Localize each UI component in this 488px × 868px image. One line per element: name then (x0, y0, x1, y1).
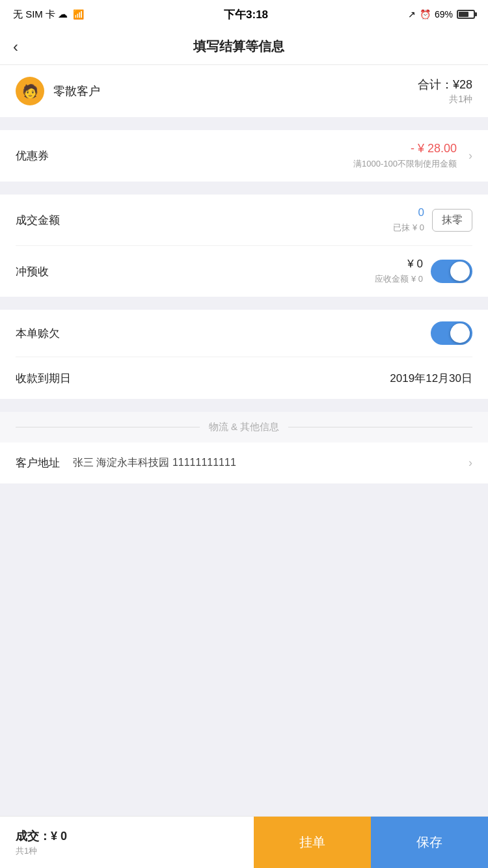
queqian-toggle-knob (450, 323, 470, 343)
bottom-bar: 成交：¥ 0 共1种 挂单 保存 (0, 816, 488, 868)
back-button[interactable]: ‹ (13, 38, 18, 56)
transaction-section: 成交金额 0 已抹 ¥ 0 抹零 冲预收 ¥ 0 应收金额 ¥ 0 (0, 195, 488, 297)
alarm-icon: ⏰ (420, 9, 431, 20)
chong-yushou-value-col: ¥ 0 应收金额 ¥ 0 (375, 258, 423, 285)
customer-section: 🧑 零散客户 合计：¥28 共1种 (0, 65, 488, 117)
battery-percent: 69% (435, 9, 453, 20)
coupon-row[interactable]: 优惠券 - ¥ 28.00 满1000-100不限制使用金额 › (0, 130, 488, 182)
due-date-row: 收款到期日 2019年12月30日 (0, 357, 488, 399)
chong-yushou-sub: 应收金额 ¥ 0 (375, 273, 423, 285)
deal-amount-sub: 已抹 ¥ 0 (393, 222, 424, 234)
chong-yushou-toggle[interactable] (431, 260, 472, 283)
avatar: 🧑 (16, 77, 44, 105)
queqian-label: 本单赊欠 (16, 326, 60, 341)
chong-yushou-value: ¥ 0 (407, 258, 423, 271)
logistics-section-divider: 物流 & 其他信息 (0, 412, 488, 442)
queqian-section: 本单赊欠 收款到期日 2019年12月30日 (0, 310, 488, 399)
mozero-button[interactable]: 抹零 (432, 209, 472, 232)
pending-button[interactable]: 挂单 (254, 817, 371, 868)
logistics-divider-text: 物流 & 其他信息 (209, 421, 279, 433)
due-date-value: 2019年12月30日 (390, 371, 472, 386)
page-title: 填写结算等信息 (31, 38, 446, 55)
divider-line-right (288, 427, 472, 427)
queqian-toggle[interactable] (431, 321, 472, 345)
status-time: 下午3:18 (224, 7, 268, 22)
wifi-icon: 📶 (73, 9, 84, 20)
customer-left: 🧑 零散客户 (16, 77, 100, 105)
address-chevron-icon: › (468, 456, 472, 470)
chong-yushou-row: 冲预收 ¥ 0 应收金额 ¥ 0 (0, 246, 488, 297)
bottom-actions: 挂单 保存 (254, 817, 488, 868)
chevron-right-icon: › (468, 149, 472, 163)
bottom-spacer (0, 490, 488, 549)
customer-name: 零散客户 (53, 83, 100, 99)
bottom-info: 成交：¥ 0 共1种 (0, 828, 254, 857)
total-amount: 合计：¥28 (418, 77, 472, 92)
bottom-deal: 成交：¥ 0 (16, 828, 238, 844)
sim-label: 无 SIM 卡 ☁ (13, 8, 68, 21)
chong-yushou-label: 冲预收 (16, 264, 49, 279)
chong-yushou-right: ¥ 0 应收金额 ¥ 0 (375, 258, 472, 285)
bottom-deal-label: 成交： (16, 830, 51, 843)
queqian-right (431, 321, 472, 345)
bottom-count: 共1种 (16, 845, 238, 857)
deal-amount-value: 0 (418, 206, 424, 219)
total-count: 共1种 (418, 94, 472, 105)
gap2 (0, 188, 488, 195)
coupon-right: - ¥ 28.00 满1000-100不限制使用金额 › (353, 142, 472, 170)
customer-right: 合计：¥28 共1种 (418, 77, 472, 105)
coupon-label: 优惠券 (16, 148, 49, 163)
coupon-section[interactable]: 优惠券 - ¥ 28.00 满1000-100不限制使用金额 › (0, 130, 488, 182)
customer-row: 🧑 零散客户 合计：¥28 共1种 (0, 65, 488, 117)
save-button[interactable]: 保存 (371, 817, 488, 868)
divider-line-left (16, 427, 200, 427)
status-bar: 无 SIM 卡 ☁ 📶 下午3:18 ↗ ⏰ 69% (0, 0, 488, 29)
toggle-knob (450, 262, 470, 281)
gap1 (0, 124, 488, 130)
deal-amount-row: 成交金额 0 已抹 ¥ 0 抹零 (0, 195, 488, 245)
gap3 (0, 303, 488, 310)
nav-bar: ‹ 填写结算等信息 (0, 29, 488, 65)
deal-amount-right: 0 已抹 ¥ 0 抹零 (393, 206, 472, 234)
avatar-icon: 🧑 (22, 83, 38, 99)
address-label: 客户地址 (16, 455, 60, 470)
queqian-row: 本单赊欠 (0, 310, 488, 357)
due-date-label: 收款到期日 (16, 371, 71, 386)
battery-icon (457, 10, 475, 19)
coupon-discount: - ¥ 28.00 (411, 142, 457, 156)
coupon-sub: 满1000-100不限制使用金额 (353, 158, 457, 170)
gap4 (0, 405, 488, 412)
address-section[interactable]: 客户地址 张三 海淀永丰科技园 11111111111 › (0, 442, 488, 483)
bottom-deal-value: ¥ 0 (51, 830, 67, 843)
deal-amount-label: 成交金额 (16, 213, 60, 228)
deal-amount-value-col: 0 已抹 ¥ 0 (393, 206, 424, 234)
location-icon: ↗ (408, 9, 416, 20)
address-value: 张三 海淀永丰科技园 11111111111 (73, 456, 455, 470)
status-left: 无 SIM 卡 ☁ 📶 (13, 8, 84, 21)
status-right: ↗ ⏰ 69% (408, 9, 475, 20)
coupon-value-col: - ¥ 28.00 满1000-100不限制使用金额 (353, 142, 457, 170)
address-row[interactable]: 客户地址 张三 海淀永丰科技园 11111111111 › (0, 442, 488, 483)
